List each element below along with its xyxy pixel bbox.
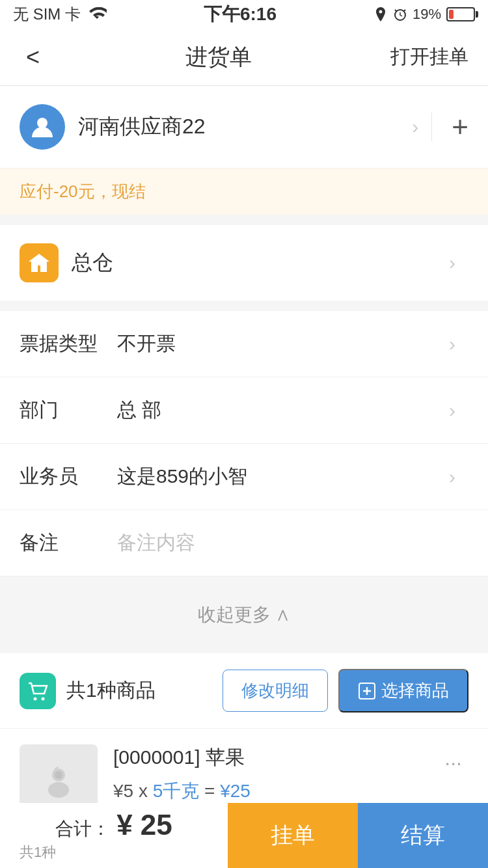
total-amount: ¥ 25 (116, 809, 172, 841)
open-pending-button[interactable]: 打开挂单 (390, 44, 468, 70)
salesperson-row[interactable]: 业务员 这是859的小智 › (0, 444, 488, 510)
battery-percent: 19% (413, 6, 441, 23)
unit-price: ¥5 x (113, 781, 153, 801)
supplier-avatar (20, 104, 65, 150)
cart-icon (27, 681, 48, 701)
remark-row[interactable]: 备注 备注内容 (0, 510, 488, 576)
product-code: [0000001] 苹果 (113, 746, 245, 768)
salesperson-chevron: › (449, 466, 455, 488)
supplier-name: 河南供应商22 (78, 113, 412, 141)
salesperson-value: 这是859的小智 (111, 463, 449, 490)
svg-point-7 (55, 771, 62, 779)
warehouse-chevron: › (449, 252, 455, 274)
warehouse-row[interactable]: 总仓 › (0, 225, 488, 301)
carrier-label: 无 SIM 卡 (13, 4, 81, 25)
wifi-icon (87, 7, 107, 21)
add-button[interactable]: + (452, 111, 468, 143)
select-product-icon (358, 682, 376, 700)
supplier-row[interactable]: 河南供应商22 › + (0, 86, 488, 169)
status-right: 19% (373, 6, 475, 23)
product-count: 共1种商品 (66, 677, 223, 704)
bottom-bar: 合计： ¥ 25 共1种 挂单 结算 (0, 803, 488, 868)
checkout-button[interactable]: 结算 (358, 803, 488, 868)
warehouse-section: 总仓 › (0, 225, 488, 301)
supplier-chevron: › (412, 116, 418, 138)
notice-bar: 应付-20元，现结 (0, 169, 488, 215)
invoice-type-row[interactable]: 票据类型 不开票 › (0, 311, 488, 377)
svg-point-2 (34, 697, 37, 700)
location-icon (373, 7, 388, 21)
battery-icon (446, 7, 475, 21)
modify-detail-button[interactable]: 修改明细 (223, 670, 328, 712)
department-value: 总 部 (111, 397, 449, 424)
time-label: 下午6:16 (204, 2, 277, 27)
person-icon (29, 114, 55, 140)
select-product-button[interactable]: 选择商品 (338, 669, 468, 712)
hang-button[interactable]: 挂单 (228, 803, 358, 868)
collapse-label: 收起更多 ∧ (198, 604, 291, 625)
status-left: 无 SIM 卡 (13, 4, 107, 25)
total-sub: 共1种 (20, 843, 56, 862)
nav-bar: < 进货单 打开挂单 (0, 29, 488, 86)
product-more-button[interactable]: ··· (438, 744, 468, 781)
equals: = (204, 781, 220, 801)
invoice-type-value: 不开票 (111, 331, 449, 357)
quantity: 5千克 (153, 781, 200, 801)
supplier-section: 河南供应商22 › + 应付-20元，现结 (0, 86, 488, 215)
product-name: [0000001] 苹果 (113, 744, 438, 771)
subtotal: ¥25 (220, 781, 251, 801)
svg-point-1 (37, 118, 47, 128)
status-bar: 无 SIM 卡 下午6:16 19% (0, 0, 488, 29)
page-title: 进货单 (185, 42, 252, 72)
department-row[interactable]: 部门 总 部 › (0, 377, 488, 444)
product-info: [0000001] 苹果 ¥5 x 5千克 = ¥25 (113, 744, 438, 804)
total-row: 合计： ¥ 25 (55, 809, 172, 841)
remark-label: 备注 (20, 530, 111, 556)
department-chevron: › (449, 400, 455, 422)
back-button[interactable]: < (20, 37, 46, 77)
remark-placeholder: 备注内容 (111, 530, 468, 556)
house-icon (27, 251, 51, 275)
total-label: 合计： (55, 817, 110, 841)
product-header: 共1种商品 修改明细 选择商品 (0, 653, 488, 729)
svg-point-6 (48, 782, 69, 798)
warehouse-name: 总仓 (72, 249, 449, 277)
warehouse-icon (20, 243, 59, 282)
supplier-divider (431, 113, 432, 141)
select-product-label: 选择商品 (381, 679, 449, 702)
invoice-type-chevron: › (449, 333, 455, 355)
product-placeholder-icon (36, 761, 81, 806)
product-icon (20, 673, 56, 709)
salesperson-label: 业务员 (20, 463, 111, 490)
total-section: 合计： ¥ 25 共1种 (0, 803, 228, 868)
invoice-type-label: 票据类型 (20, 331, 111, 357)
department-label: 部门 (20, 397, 111, 424)
product-price-row: ¥5 x 5千克 = ¥25 (113, 779, 438, 804)
alarm-icon (393, 7, 407, 21)
notice-text: 应付-20元，现结 (20, 182, 146, 201)
form-section: 票据类型 不开票 › 部门 总 部 › 业务员 这是859的小智 › 备注 备注… (0, 311, 488, 576)
svg-point-3 (42, 697, 45, 700)
collapse-bar[interactable]: 收起更多 ∧ (0, 587, 488, 643)
